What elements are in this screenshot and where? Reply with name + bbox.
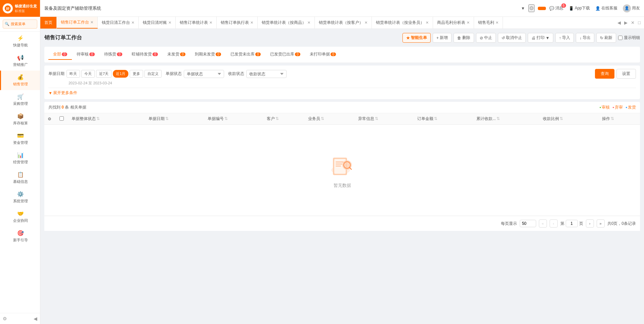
search-row: 单据日期 昨天今天近7天近1月更多自定义 单据状态 单据状态 收款状态 收款状态 [48,69,636,79]
filter-tab-pending-review[interactable]: 待审核0 [72,49,99,60]
tab-close-goods-margin[interactable]: ✕ [467,21,470,25]
filter-tab-all[interactable]: 全部0 [48,49,72,60]
topbar-settings-icon[interactable]: ⚙ [528,4,534,12]
filter-tab-expired-not-shipped[interactable]: 到期未发货0 [190,49,226,60]
col-header-amount: 订单金额⇅ [414,113,473,125]
filter-tab-shipped-out[interactable]: 已发货已出库0 [265,49,305,60]
filter-tab-wangpu-pending[interactable]: 旺铺待发货0 [127,49,163,60]
date-btn-自定义[interactable]: 自定义 [144,70,162,78]
content-area: 销售订单工作台 ★ 智能生单 + 新增 🗑 删除 ⊘ [40,29,644,324]
sidebar-bottom: ⚙ ◀ [0,313,40,324]
expand-button[interactable]: ▼ 展开更多条件 [48,90,636,96]
tab-close-cash-daily[interactable]: ✕ [131,21,134,25]
filter-tab-pending-inspect[interactable]: 待拣货0 [99,49,127,60]
date-btn-今天[interactable]: 今天 [81,70,95,78]
tab-sales-stats[interactable]: 销售订单统计表✕ [176,17,217,29]
tab-maximize[interactable]: □ [637,19,642,26]
prev-page-button[interactable]: ‹ [550,219,558,228]
page-size-select[interactable]: 102050100 [520,220,536,227]
query-button[interactable]: 查询 [595,69,614,79]
industry-button[interactable] [538,7,546,10]
cancel-stop-button[interactable]: ↺ 取消中止 [498,33,526,43]
select-all-checkbox[interactable] [59,116,64,121]
sidebar-item-operations[interactable]: 📊经营管理 [0,149,40,168]
system-dropdown[interactable]: ▼ [521,6,525,11]
date-btn-更多[interactable]: 更多 [130,70,143,78]
tab-close-cash-reconcile[interactable]: ✕ [168,21,171,25]
sidebar-item-marketing[interactable]: 📢营销推广 [0,51,40,71]
tab-close-sales-exec[interactable]: ✕ [250,21,253,25]
tab-goods-margin[interactable]: 商品毛利分析表✕ [433,17,474,29]
delete-button[interactable]: 🗑 删除 [454,33,474,43]
tab-close-sales-summary-product[interactable]: ✕ [307,21,310,25]
settings-icon[interactable]: ⚙ [48,117,51,121]
filter-tabs: 全部0待审核0待拣货0旺铺待发货0未发货0到期未发货0已发货未出库0已发货已出库… [44,47,640,63]
last-page-button[interactable]: » [597,219,605,228]
status-select[interactable]: 单据状态 [184,70,224,78]
tab-sales-exec[interactable]: 销售订单执行表✕ [217,17,258,29]
sidebar-item-system[interactable]: ⚙️系统管理 [0,188,40,207]
sidebar-item-inventory[interactable]: 📦库存核算 [0,110,40,129]
first-page-button[interactable]: « [539,219,547,228]
online-service-button[interactable]: 👤 在线客服 [595,5,617,11]
sidebar-item-purchase[interactable]: 🛒采购管理 [0,90,40,110]
sidebar-item-basic-info[interactable]: 📋基础信息 [0,168,40,188]
quick-action-cancel-review[interactable]: 弃审 [612,105,623,110]
import-button[interactable]: ↑ 导入 [555,33,574,43]
date-btn-近7天[interactable]: 近7天 [96,70,112,78]
refresh-button[interactable]: ↻ 刷新 [596,33,616,43]
tab-close-sales-summary-customer[interactable]: ✕ [364,21,368,25]
date-btn-近1月[interactable]: 近1月 [113,70,128,78]
payment-field: 收款状态 收款状态 [228,70,287,78]
tab-cash-daily[interactable]: 钱货日清工作台✕ [98,17,139,29]
tab-cash-reconcile[interactable]: 钱货日清对账✕ [139,17,176,29]
tab-sales-summary-staff[interactable]: 销货单统计表（按业务员）✕ [372,17,433,29]
quick-action-ship[interactable]: 发货 [626,105,636,110]
tab-sales-summary-product[interactable]: 销货单统计表（按商品）✕ [258,17,315,29]
add-button[interactable]: + 新增 [433,33,452,43]
payment-select[interactable]: 收款状态 [246,70,287,78]
settings-icon[interactable]: ⚙ [3,316,7,321]
page-number-input[interactable] [566,220,578,227]
print-icon: 🖨 [531,36,535,40]
tab-sales-profit[interactable]: 销售毛利✕ [474,17,503,29]
filter-tab-not-shipped[interactable]: 未发货0 [163,49,190,60]
filter-tab-shipped-not-out[interactable]: 已发货未出库0 [226,49,265,60]
collapse-icon[interactable]: ◀ [34,316,37,321]
sidebar-item-enterprise[interactable]: 🤝企业协同 [0,207,40,227]
show-detail-checkbox[interactable]: 显示明细 [618,35,640,41]
nav-icon-basic-info: 📋 [17,171,24,178]
date-btn-昨天[interactable]: 昨天 [67,70,80,78]
tab-close-sales-summary-staff[interactable]: ✕ [426,21,429,25]
export-button[interactable]: ↓ 导出 [576,33,594,43]
svg-text:好: 好 [6,7,10,10]
sidebar-item-sales[interactable]: 💰销售管理 [0,71,40,90]
search-menu-button[interactable]: 🔍 搜索菜单 [3,19,37,29]
next-page-button[interactable]: › [586,219,594,228]
print-button[interactable]: 🖨 打印 ▼ [528,33,553,43]
tab-sales-workbench[interactable]: 销售订单工作台✕ [57,17,98,29]
message-button[interactable]: 💬 消息 6 [549,5,563,11]
tab-scroll-left[interactable]: ◀ [616,19,622,26]
sidebar-item-guide[interactable]: 🎯新手引导 [0,227,40,246]
tab-close-sales-profit[interactable]: ✕ [496,21,499,25]
tab-close-sales-stats[interactable]: ✕ [209,21,212,25]
tab-scroll-right[interactable]: ▶ [623,19,629,26]
filter-tab-not-printed[interactable]: 未打印单据0 [305,49,341,60]
quick-action-review[interactable]: 审核 [599,105,610,110]
tab-close-sales-workbench[interactable]: ✕ [90,20,93,25]
app-download-button[interactable]: 📱 App下载 [569,5,590,11]
nav-label-sales: 销售管理 [13,82,28,87]
setting-button[interactable]: 设置 [616,69,636,79]
tab-home[interactable]: 首页 [40,17,57,29]
ai-generate-button[interactable]: ★ 智能生单 [402,33,431,43]
tab-sales-summary-customer[interactable]: 销货单统计表（按客户）✕ [315,17,372,29]
filter-tab-label-pending-review: 待审核 [77,52,89,56]
stop-button[interactable]: ⊘ 中止 [476,33,496,43]
sidebar-item-quick-nav[interactable]: ⚡快捷导航 [0,32,40,51]
search-actions: 查询 设置 [595,69,636,79]
tab-close-all[interactable]: ✕ [630,19,636,26]
sidebar-item-finance[interactable]: 💳资金管理 [0,129,40,149]
user-menu[interactable]: 👤 用友 [623,4,640,12]
nav-icon-finance: 💳 [17,132,24,139]
